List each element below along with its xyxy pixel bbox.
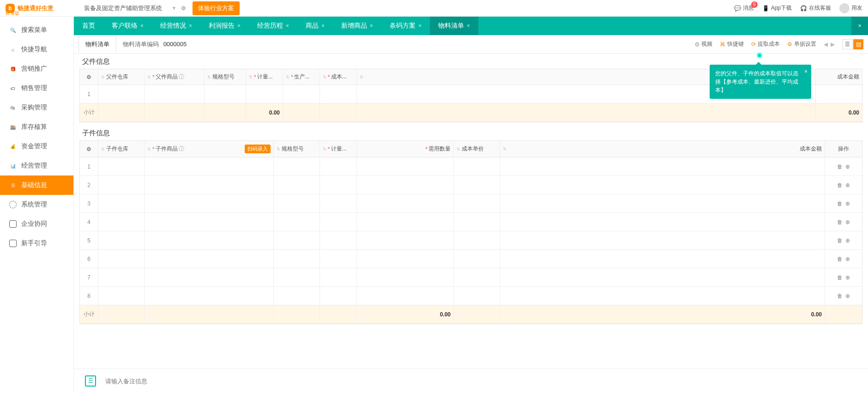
- sidebar-item-guide[interactable]: 新手引导: [0, 234, 73, 253]
- delete-icon[interactable]: 🗑: [837, 293, 843, 299]
- tab-profit[interactable]: 利润报告×: [200, 17, 249, 35]
- support-link[interactable]: 🎧 在线客服: [800, 4, 831, 12]
- cell-unit[interactable]: [320, 194, 357, 212]
- col-parent-wh[interactable]: ⇅父件仓库: [98, 69, 145, 85]
- cell-unit[interactable]: [320, 250, 357, 268]
- info-icon[interactable]: ⓘ: [179, 145, 184, 153]
- cell-price[interactable]: [454, 287, 500, 305]
- sidebar-item-system[interactable]: 系统管理: [0, 195, 73, 214]
- next-icon[interactable]: ▶: [831, 41, 835, 48]
- user-menu[interactable]: 用友: [839, 3, 862, 13]
- close-icon[interactable]: ×: [418, 23, 422, 29]
- cell-wh[interactable]: [98, 157, 145, 175]
- cell-wh[interactable]: [98, 176, 145, 194]
- cell-amount[interactable]: [500, 287, 825, 305]
- col-amount[interactable]: 成本金额: [816, 69, 862, 85]
- cell-wh[interactable]: [98, 194, 145, 212]
- cell-wh[interactable]: [98, 85, 145, 103]
- cell-item[interactable]: [145, 157, 274, 175]
- close-icon[interactable]: ×: [467, 23, 470, 29]
- tab-history[interactable]: 经营历程×: [249, 17, 297, 35]
- close-all-tabs[interactable]: ×: [851, 17, 868, 35]
- delete-icon[interactable]: 🗑: [837, 219, 843, 225]
- prev-icon[interactable]: ◀: [824, 41, 828, 48]
- cell-item[interactable]: [145, 268, 274, 286]
- video-link[interactable]: ⊙视频: [695, 40, 712, 48]
- col-qty[interactable]: *需用数量: [357, 141, 454, 157]
- subtab-bom[interactable]: 物料清单: [78, 36, 116, 52]
- col-amount[interactable]: ⇅成本金额: [500, 141, 825, 157]
- cell-qty[interactable]: [357, 250, 454, 268]
- cell-price[interactable]: [454, 176, 500, 194]
- add-row-icon[interactable]: ⊕: [845, 182, 850, 188]
- child-row[interactable]: 3🗑⊕: [80, 194, 862, 213]
- tab-business[interactable]: 经营情况×: [152, 17, 200, 35]
- col-settings[interactable]: ⚙: [80, 141, 98, 157]
- cell-qty[interactable]: [357, 194, 454, 212]
- cell-qty[interactable]: [357, 231, 454, 249]
- tab-goods[interactable]: 商品×: [297, 17, 333, 35]
- delete-icon[interactable]: 🗑: [837, 274, 843, 281]
- cell-prod[interactable]: [283, 85, 320, 103]
- sidebar-item-finance[interactable]: 💰资金管理: [0, 137, 73, 156]
- col-prod[interactable]: ⇅*生产...: [283, 69, 320, 85]
- cell-qty[interactable]: [357, 287, 454, 305]
- sidebar-item-collab[interactable]: 企业协同: [0, 214, 73, 234]
- cell-unit[interactable]: [320, 231, 357, 249]
- delete-icon[interactable]: 🗑: [837, 163, 843, 170]
- cell-price[interactable]: [454, 231, 500, 249]
- cell-item[interactable]: [145, 287, 274, 305]
- view-form[interactable]: ▤: [853, 39, 863, 49]
- add-row-icon[interactable]: ⊕: [845, 200, 850, 207]
- cell-amount[interactable]: [500, 268, 825, 286]
- gear-icon[interactable]: ⚙: [181, 5, 186, 12]
- cell-price[interactable]: [454, 213, 500, 231]
- cell-item[interactable]: [145, 231, 274, 249]
- cell-spec[interactable]: [274, 213, 320, 231]
- col-child-wh[interactable]: ⇅子件仓库: [98, 141, 145, 157]
- cell-wh[interactable]: [98, 250, 145, 268]
- child-row[interactable]: 5🗑⊕: [80, 231, 862, 250]
- cell-wh[interactable]: [98, 287, 145, 305]
- close-icon[interactable]: ×: [140, 23, 144, 29]
- col-unit[interactable]: ⇅*计量...: [246, 69, 283, 85]
- add-row-icon[interactable]: ⊕: [845, 163, 850, 170]
- close-icon[interactable]: ×: [321, 23, 325, 29]
- cell-price[interactable]: [454, 157, 500, 175]
- messages-link[interactable]: 💬 消息 6: [734, 4, 754, 12]
- cell-amount[interactable]: [500, 176, 825, 194]
- child-row[interactable]: 2🗑⊕: [80, 176, 862, 194]
- cell-spec[interactable]: [274, 250, 320, 268]
- child-row[interactable]: 6🗑⊕: [80, 250, 862, 268]
- col-cost[interactable]: ⇅*成本...: [320, 69, 357, 85]
- cell-amount[interactable]: [500, 157, 825, 175]
- col-unit[interactable]: ⇅*计量...: [320, 141, 357, 157]
- sidebar-item-quicknav[interactable]: ⌂快捷导航: [0, 40, 73, 59]
- view-list[interactable]: ☰: [842, 39, 852, 49]
- close-icon[interactable]: ×: [237, 23, 241, 29]
- close-icon[interactable]: ×: [370, 23, 373, 29]
- cell-price[interactable]: [454, 268, 500, 286]
- shortcut-link[interactable]: ⌘快捷键: [720, 40, 744, 48]
- cell-qty[interactable]: [357, 213, 454, 231]
- delete-icon[interactable]: 🗑: [837, 256, 843, 262]
- cell-spec[interactable]: [274, 157, 320, 175]
- cell-spec[interactable]: [205, 85, 246, 103]
- add-row-icon[interactable]: ⊕: [845, 219, 850, 225]
- sidebar-item-inventory[interactable]: 🏬库存核算: [0, 117, 73, 137]
- cell-amount[interactable]: [500, 231, 825, 249]
- tab-bom[interactable]: 物料清单×: [430, 17, 478, 35]
- cell-spec[interactable]: [274, 176, 320, 194]
- cell-qty[interactable]: [357, 176, 454, 194]
- trial-button[interactable]: 体验行业方案: [193, 1, 240, 15]
- info-icon[interactable]: ⓘ: [179, 73, 184, 81]
- add-row-icon[interactable]: ⊕: [845, 293, 850, 299]
- delete-icon[interactable]: 🗑: [837, 237, 843, 244]
- cell-amount[interactable]: [500, 213, 825, 231]
- child-row[interactable]: 7🗑⊕: [80, 268, 862, 287]
- cell-qty[interactable]: [357, 268, 454, 286]
- child-row[interactable]: 1🗑⊕: [80, 157, 862, 176]
- add-row-icon[interactable]: ⊕: [845, 256, 850, 262]
- cell-unit[interactable]: [320, 268, 357, 286]
- delete-icon[interactable]: 🗑: [837, 182, 843, 188]
